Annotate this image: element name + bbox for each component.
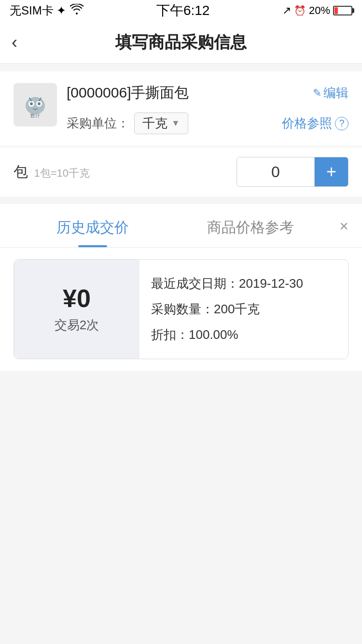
page-title: 填写商品采购信息 [115,31,247,54]
transaction-qty: 采购数量：200千克 [151,300,336,319]
transaction-discount-value: 100.00% [189,327,238,342]
transaction-area: ¥0 交易2次 最近成交日期：2019-12-30 采购数量：200千克 折扣：… [0,248,362,371]
product-name-row: [0000006]手撕面包 ✎ 编辑 [67,83,348,103]
unit-label: 采购单位： [67,115,129,132]
battery-icon [333,6,352,15]
quantity-plus-button[interactable]: + [314,157,348,186]
quantity-unit-area: 包 1包=10千克 [14,162,90,182]
product-card: 数计 [0000006]手撕面包 ✎ 编辑 采购单位： 千克 ▼ 价格参照 ? [0,71,362,146]
transaction-right-panel: 最近成交日期：2019-12-30 采购数量：200千克 折扣：100.00% [139,260,348,359]
transaction-date-value: 2019-12-30 [239,276,303,291]
bottom-area [0,371,362,644]
dropdown-arrow-icon: ▼ [171,118,180,128]
tabs-header: 历史成交价 商品价格参考 × [0,204,362,248]
svg-point-4 [38,102,41,105]
quantity-control: + [237,157,348,187]
product-logo-icon: 数计 [21,90,50,119]
transaction-date-label: 最近成交日期： [151,276,239,291]
price-ref-label: 价格参照 [282,115,332,132]
product-info: [0000006]手撕面包 ✎ 编辑 采购单位： 千克 ▼ 价格参照 ? [67,83,348,134]
edit-label: 编辑 [323,84,348,101]
unit-select-dropdown[interactable]: 千克 ▼ [134,112,188,134]
transaction-discount: 折扣：100.00% [151,325,336,344]
tab-history-price-label: 历史成交价 [56,219,129,235]
plus-icon: + [326,162,336,182]
transaction-count: 交易2次 [55,317,99,334]
status-right: ↗ ⏰ 20% [282,4,352,17]
transaction-date: 最近成交日期：2019-12-30 [151,274,336,293]
edit-icon: ✎ [313,87,321,99]
tab-product-price-ref-label: 商品价格参考 [207,219,294,235]
edit-button[interactable]: ✎ 编辑 [313,84,348,101]
transaction-left-panel: ¥0 交易2次 [14,260,139,359]
quantity-unit-label: 包 [14,164,28,180]
svg-point-0 [26,97,45,114]
tab-history-price[interactable]: 历史成交价 [14,204,172,247]
wifi-icon [70,4,84,17]
transaction-discount-label: 折扣： [151,327,189,342]
status-left: 无SIM卡 ✦ [10,3,84,18]
transaction-qty-label: 采购数量： [151,302,214,316]
unit-row: 采购单位： 千克 ▼ 价格参照 ? [67,112,348,134]
svg-text:数计: 数计 [30,113,40,118]
tabs-close-button[interactable]: × [330,209,348,243]
location-icon: ↗ [282,4,291,17]
price-ref-help-icon: ? [335,117,348,130]
price-reference-button[interactable]: 价格参照 ? [282,115,348,132]
product-thumbnail: 数计 [14,83,57,126]
carrier-text: 无SIM卡 ✦ [10,3,66,18]
tab-product-price-ref[interactable]: 商品价格参考 [172,204,330,247]
battery-percent-text: 20% [309,4,330,17]
quantity-row: 包 1包=10千克 + [0,147,362,196]
tabs-section: 历史成交价 商品价格参考 × ¥0 交易2次 最近成交日期：2019-12-30… [0,204,362,371]
back-button[interactable]: ‹ [12,32,17,53]
alarm-icon: ⏰ [294,5,306,16]
svg-point-3 [30,102,33,105]
transaction-price: ¥0 [63,285,91,312]
quantity-conversion-label: 1包=10千克 [34,167,90,179]
transaction-card: ¥0 交易2次 最近成交日期：2019-12-30 采购数量：200千克 折扣：… [14,259,348,359]
product-name: [0000006]手撕面包 [67,83,189,103]
nav-bar: ‹ 填写商品采购信息 [0,21,362,64]
status-time: 下午6:12 [156,1,210,20]
quantity-input[interactable] [237,157,314,186]
status-bar: 无SIM卡 ✦ 下午6:12 ↗ ⏰ 20% [0,0,362,21]
transaction-qty-value: 200千克 [214,302,260,316]
unit-value: 千克 [142,115,167,132]
